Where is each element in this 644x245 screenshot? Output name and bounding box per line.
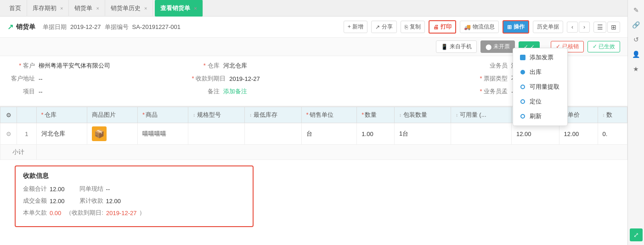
warehouse-label: 仓库 — [192, 62, 220, 70]
tab-inventory-init[interactable]: 库存期初 × — [27, 0, 69, 17]
col-num-header — [17, 107, 37, 123]
warehouse-value: 河北仓库 — [223, 62, 278, 70]
locate-icon — [520, 98, 526, 105]
not-open-btn[interactable]: ⬤ 未开票 — [480, 40, 515, 53]
deal-amount-item: 成交金额 12.00 — [23, 197, 65, 205]
right-sidebar: ✎ 🔗 ↺ 👤 ★ ⤢ — [627, 0, 644, 245]
available-qty-icon — [520, 84, 526, 90]
copy-icon: ⎘ — [405, 24, 408, 30]
row-warehouse: 河北仓库 — [36, 123, 87, 145]
date-label: 单据日期 — [43, 23, 67, 31]
menu-available-qty[interactable]: 可用量提取 — [513, 80, 567, 94]
row-amount: 0. — [598, 123, 627, 145]
nav-arrows: ‹ › — [567, 22, 590, 33]
row-product: 嘻嘻嘻嘻 — [137, 123, 188, 145]
tab-view-sales[interactable]: 查看销货单 × — [155, 0, 203, 17]
share-icon: ↗ — [375, 24, 380, 30]
customer-value: 柳州粤港平安气体有限公司 — [39, 62, 110, 70]
payment-section: 收款信息 金额合计 12.00 同单现结 -- 成交金额 12.00 — [15, 165, 254, 227]
doc-title-text: 销货单 — [16, 23, 35, 31]
effective-status-badge: ✓ 已生效 — [588, 41, 620, 52]
ops-dropdown-menu: 添加发票 出库 可用量提取 定位 刷新 — [513, 48, 568, 126]
row-img: 📦 — [87, 123, 137, 145]
sidebar-star-icon[interactable]: ★ — [630, 63, 643, 75]
same-order-value: -- — [106, 186, 110, 193]
payment-date-label: 收款到期日 — [192, 74, 226, 83]
row-spec — [188, 123, 245, 145]
history-btn[interactable]: 历史单据 — [533, 21, 563, 33]
logistics-btn[interactable]: 🚚 物流信息 — [460, 21, 499, 33]
tab-sales-history[interactable]: 销货单历史 × — [105, 0, 153, 17]
customer-group: 客户 柳州粤港平安气体有限公司 — [7, 62, 148, 70]
add-note-btn[interactable]: 添加备注 — [223, 87, 278, 96]
deal-amount-value: 12.00 — [50, 198, 65, 205]
ops-btn[interactable]: ⊞ 操作 — [503, 20, 529, 34]
col-warehouse-header: *仓库 — [36, 107, 87, 123]
refresh-icon — [520, 113, 526, 120]
note-group: 备注 添加备注 — [192, 87, 333, 96]
balance-note: （收款到期日: — [66, 209, 103, 217]
row-price: 12.00 — [559, 123, 598, 145]
payment-title: 收款信息 — [23, 172, 245, 180]
subtotal-values — [36, 145, 627, 160]
menu-add-invoice[interactable]: 添加发票 — [513, 50, 567, 65]
payment-row-1: 金额合计 12.00 同单现结 -- — [23, 185, 245, 193]
next-btn[interactable]: › — [579, 22, 590, 33]
row-settings[interactable]: ⚙ — [0, 123, 17, 145]
sidebar-link-icon[interactable]: 🔗 — [630, 18, 643, 31]
balance-date: 2019-12-27 — [106, 210, 137, 217]
same-order-item: 同单现结 -- — [79, 185, 110, 193]
prev-btn[interactable]: ‹ — [567, 22, 578, 33]
product-thumbnail: 📦 — [92, 126, 107, 141]
total-label: 金额合计 — [23, 185, 47, 193]
balance-end: ） — [139, 209, 145, 217]
total-value: 12.00 — [50, 186, 65, 193]
new-btn[interactable]: + 新增 — [344, 21, 367, 33]
payment-row-3: 本单欠款 0.00 （收款到期日: 2019-12-27 ） — [23, 209, 245, 217]
address-value: -- — [39, 75, 94, 82]
staff-label: 业务员 — [480, 62, 508, 70]
date-value: 2019-12-27 — [70, 23, 101, 30]
close-inventory-init[interactable]: × — [60, 6, 63, 11]
sales-order-icon: ↗ — [7, 23, 13, 31]
row-minstock — [245, 123, 301, 145]
num-value: SA-20191227-001 — [132, 23, 181, 30]
view-toggle: ☰ ⊞ — [593, 22, 620, 33]
payment-row-2: 成交金额 12.00 累计收款 12.00 — [23, 197, 245, 205]
address-group: 客户地址 -- — [7, 74, 148, 83]
col-unit-header: *销售单位 — [301, 107, 357, 123]
doc-meta: 单据日期 2019-12-27 单据编号 SA-20191227-001 — [43, 23, 181, 31]
note-label: 备注 — [192, 87, 220, 96]
doc-title: ↗ 销货单 — [7, 23, 35, 31]
close-view-sales[interactable]: × — [194, 6, 197, 11]
payment-date-group: 收款到期日 2019-12-27 — [192, 74, 333, 83]
from-phone-btn[interactable]: 📱 来自手机 — [436, 40, 477, 53]
close-sales-order[interactable]: × — [96, 6, 99, 11]
row-stock: 12.00 — [512, 123, 559, 145]
tab-sales-order[interactable]: 销货单 × — [69, 0, 105, 17]
outbound-icon — [520, 69, 526, 75]
menu-outbound[interactable]: 出库 — [513, 65, 567, 80]
close-sales-history[interactable]: × — [144, 6, 147, 11]
sidebar-edit-icon[interactable]: ✎ — [630, 4, 643, 17]
row-qty: 1.00 — [357, 123, 395, 145]
menu-refresh[interactable]: 刷新 — [513, 109, 567, 124]
customer-label: 客户 — [7, 62, 35, 70]
sidebar-user-icon[interactable]: 👤 — [630, 48, 643, 61]
grid-view-btn[interactable]: ⊞ — [607, 22, 620, 33]
tab-home[interactable]: 首页 — [4, 0, 27, 17]
grid-icon: ⊞ — [507, 24, 512, 30]
same-order-label: 同单现结 — [79, 185, 103, 193]
sidebar-expand-icon[interactable]: ⤢ — [630, 228, 643, 241]
print-btn[interactable]: 🖨 打印 — [429, 20, 456, 34]
doc-header: ↗ 销货单 单据日期 2019-12-27 单据编号 SA-20191227-0… — [0, 17, 627, 38]
menu-locate[interactable]: 定位 — [513, 94, 567, 109]
project-value: -- — [39, 88, 94, 95]
list-view-btn[interactable]: ☰ — [593, 22, 606, 33]
copy-btn[interactable]: ⎘ 复制 — [401, 21, 425, 33]
col-img-header: 商品图片 — [87, 107, 137, 123]
share-btn[interactable]: ↗ 分享 — [371, 21, 397, 33]
sidebar-refresh-icon[interactable]: ↺ — [630, 33, 643, 46]
ticket-type-label: 票据类型 — [480, 74, 508, 83]
col-settings-header: ⚙ — [0, 107, 17, 123]
